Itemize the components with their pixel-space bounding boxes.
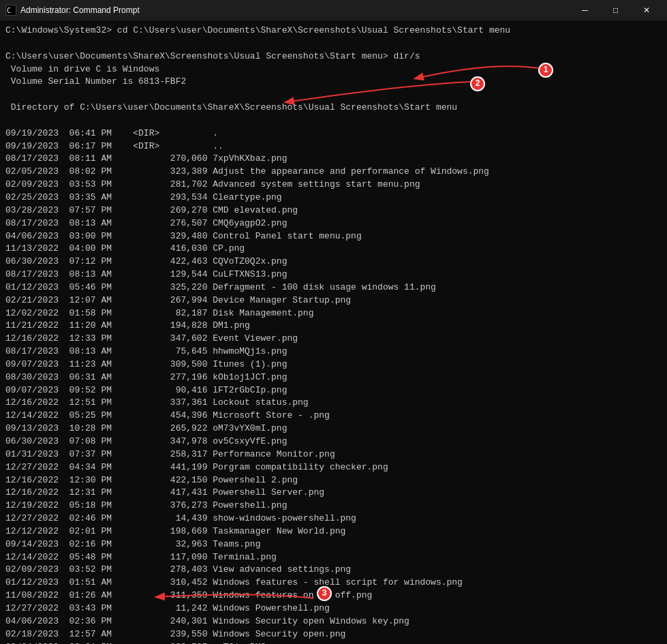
console-line: 12/12/2022 02:01 PM 198,669 Taskmanager … bbox=[5, 525, 662, 538]
console-line: 11/13/2022 04:00 PM 416,030 CP.png bbox=[5, 243, 662, 256]
console-line: 12/16/2022 12:33 PM 347,602 Event Viewer… bbox=[5, 333, 662, 346]
cmd-icon: C bbox=[5, 5, 16, 16]
console-line: 12/14/2022 05:25 PM 454,396 Microsoft St… bbox=[5, 410, 662, 423]
console-line: 08/17/2023 08:11 AM 270,060 7xpVhKXbaz.p… bbox=[5, 153, 662, 166]
console-line bbox=[5, 37, 662, 50]
minimize-button[interactable]: ─ bbox=[570, 0, 600, 20]
console-output: C:\Windows\System32> cd C:\Users\user\Do… bbox=[0, 20, 667, 644]
console-line: 11/21/2022 11:20 AM 194,828 DM1.png bbox=[5, 320, 662, 333]
console-line: 04/06/2023 02:36 PM 240,301 Windows Secu… bbox=[5, 615, 662, 628]
console-line: 08/17/2023 08:13 AM 276,507 CMQ6yagpO2.p… bbox=[5, 217, 662, 230]
console-line: 12/14/2022 05:48 PM 117,090 Terminal.png bbox=[5, 551, 662, 564]
console-line: 02/05/2023 08:02 PM 323,389 Adjust the a… bbox=[5, 166, 662, 179]
console-line: 02/09/2023 03:53 PM 281,702 Advanced sys… bbox=[5, 179, 662, 191]
console-line: 01/12/2023 05:46 PM 325,220 Defragment -… bbox=[5, 281, 662, 294]
console-line: 09/19/2023 06:41 PM <DIR> . bbox=[5, 127, 662, 140]
console-line: 01/12/2023 01:51 AM 310,452 Windows feat… bbox=[5, 577, 662, 589]
console-line: 12/19/2022 05:18 PM 376,273 Powershell.p… bbox=[5, 500, 662, 512]
console-line: 09/14/2023 02:16 PM 32,963 Teams.png bbox=[5, 538, 662, 551]
console-line: 12/16/2022 12:51 PM 337,361 Lockout stat… bbox=[5, 397, 662, 410]
console-line: C:\Windows\System32> cd C:\Users\user\Do… bbox=[5, 25, 662, 37]
console-line: 02/09/2023 03:52 PM 278,403 View advance… bbox=[5, 564, 662, 577]
console-line: 09/13/2023 10:28 PM 265,922 oM73vYX0mI.p… bbox=[5, 423, 662, 435]
window-title: Administrator: Command Prompt bbox=[20, 5, 140, 15]
console-line bbox=[5, 114, 662, 127]
window-controls: ─ □ ✕ bbox=[570, 0, 662, 20]
console-line: 02/18/2023 12:57 AM 239,550 Windows Secu… bbox=[5, 628, 662, 641]
console-line: 08/17/2023 08:13 AM 75,645 hhwmoMQj1s.pn… bbox=[5, 346, 662, 358]
console-line: 09/07/2023 11:23 AM 309,500 Itunes (1).p… bbox=[5, 358, 662, 371]
console-line: 01/31/2023 07:37 PM 258,317 Performance … bbox=[5, 448, 662, 461]
annotation-2: 2 bbox=[470, 76, 485, 91]
console-line: 11/08/2022 01:26 AM 311,359 Windows feat… bbox=[5, 589, 662, 602]
console-line bbox=[5, 89, 662, 102]
console-line: 12/16/2022 12:30 PM 422,150 Powershell 2… bbox=[5, 474, 662, 487]
console-line: 12/27/2022 02:46 PM 14,439 show-windows-… bbox=[5, 512, 662, 525]
console-line: 03/28/2023 07:57 PM 269,270 CMD elevated… bbox=[5, 204, 662, 217]
svg-text:C: C bbox=[7, 7, 11, 14]
console-line: 12/27/2022 03:43 PM 11,242 Windows Power… bbox=[5, 602, 662, 615]
console-line: 02/21/2023 12:07 AM 267,994 Device Manag… bbox=[5, 294, 662, 307]
console-line: 08/30/2023 06:31 AM 277,196 kOb1oj1JCT.p… bbox=[5, 371, 662, 384]
console-line: 06/30/2023 07:08 PM 347,978 ov5CsxyVfE.p… bbox=[5, 435, 662, 448]
console-line: 12/02/2022 01:58 PM 82,187 Disk Manageme… bbox=[5, 307, 662, 320]
console-line: 08/24/2023 08:01 PM 300,595 zxTGipzPM2.p… bbox=[5, 641, 662, 645]
console-line: 02/25/2023 03:35 AM 293,534 Cleartype.pn… bbox=[5, 191, 662, 204]
console-line: 04/06/2023 03:00 PM 329,480 Control Pane… bbox=[5, 230, 662, 243]
console-line: Volume Serial Number is 6813-FBF2 bbox=[5, 76, 662, 89]
console-line: 12/27/2022 04:34 PM 441,199 Porgram comp… bbox=[5, 461, 662, 474]
command-prompt-window: C Administrator: Command Prompt ─ □ ✕ C:… bbox=[0, 0, 667, 644]
annotation-1: 1 bbox=[538, 63, 553, 78]
title-bar: C Administrator: Command Prompt ─ □ ✕ bbox=[0, 0, 667, 20]
console-line: 09/19/2023 06:17 PM <DIR> .. bbox=[5, 140, 662, 153]
console-line: 08/17/2023 08:13 AM 129,544 CuLFTXNS13.p… bbox=[5, 269, 662, 281]
annotation-3: 3 bbox=[317, 586, 332, 601]
console-line: 09/07/2023 09:52 PM 90,416 lFT2rGbCIp.pn… bbox=[5, 384, 662, 397]
console-line: C:\Users\user\Documents\ShareX\Screensho… bbox=[5, 50, 662, 63]
title-bar-left: C Administrator: Command Prompt bbox=[5, 5, 140, 16]
console-line: 06/30/2023 07:12 PM 422,463 CQVoTZ0Q2x.p… bbox=[5, 256, 662, 269]
close-button[interactable]: ✕ bbox=[631, 0, 662, 20]
maximize-button[interactable]: □ bbox=[600, 0, 631, 20]
console-line: Directory of C:\Users\user\Documents\Sha… bbox=[5, 102, 662, 114]
console-line: Volume in drive C is Windows bbox=[5, 63, 662, 76]
console-line: 12/16/2022 12:31 PM 417,431 Powershell S… bbox=[5, 487, 662, 500]
